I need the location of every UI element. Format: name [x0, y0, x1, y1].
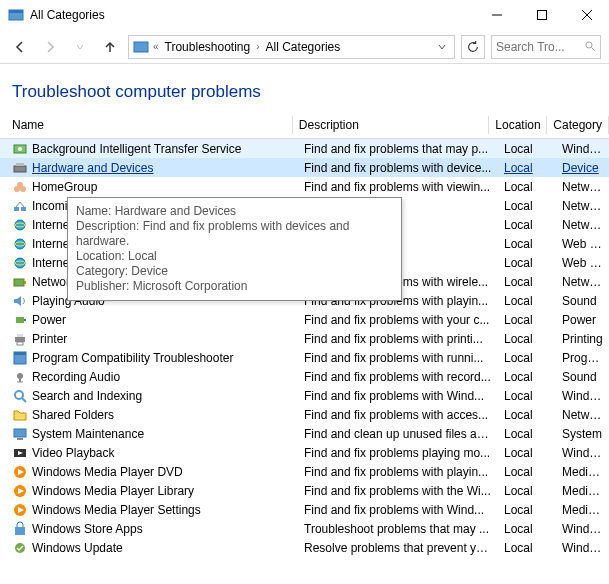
close-button[interactable]	[564, 0, 609, 30]
item-location: Local	[498, 522, 556, 536]
svg-rect-52	[15, 527, 25, 535]
vid-icon	[12, 445, 28, 461]
item-name: Windows Update	[32, 541, 123, 555]
item-description: Find and fix problems with acces...	[298, 408, 498, 422]
list-item[interactable]: Recording AudioFind and fix problems wit…	[0, 367, 609, 386]
item-location: Local	[498, 218, 556, 232]
item-name: Interne	[32, 218, 69, 232]
breadcrumb-troubleshooting[interactable]: Troubleshooting	[163, 38, 253, 56]
item-category: Window	[556, 541, 609, 555]
col-location[interactable]: Location	[489, 116, 547, 134]
search-box[interactable]	[491, 35, 601, 59]
list-item[interactable]: HomeGroupFind and fix problems with view…	[0, 177, 609, 196]
item-description: Find and fix problems with the Wi...	[298, 484, 498, 498]
item-name: Recording Audio	[32, 370, 120, 384]
store-icon	[12, 521, 28, 537]
svg-line-20	[20, 202, 24, 207]
item-location: Local	[498, 161, 556, 175]
snd-icon	[12, 293, 28, 309]
col-name[interactable]: Name	[0, 116, 293, 134]
list-item[interactable]: Video PlaybackFind and fix problems play…	[0, 443, 609, 462]
back-button[interactable]	[8, 35, 32, 59]
item-name: Video Playback	[32, 446, 115, 460]
chevron-right-icon[interactable]: «	[153, 41, 159, 52]
svg-rect-36	[14, 352, 26, 355]
recent-dropdown[interactable]	[68, 35, 92, 59]
item-name: Hardware and Devices	[32, 161, 153, 175]
svg-rect-43	[17, 438, 23, 440]
hw-icon	[12, 160, 28, 176]
list-item[interactable]: Windows Media Player SettingsFind and fi…	[0, 500, 609, 519]
refresh-button[interactable]	[461, 35, 485, 59]
item-name: Shared Folders	[32, 408, 114, 422]
item-description: Find and fix problems with record...	[298, 370, 498, 384]
item-description: Find and fix problems with Wind...	[298, 389, 498, 403]
svg-rect-27	[14, 279, 24, 286]
svg-rect-42	[14, 429, 26, 437]
navbar: « Troubleshooting › All Categories	[0, 30, 609, 64]
list-item[interactable]: Program Compatibility TroubleshooterFind…	[0, 348, 609, 367]
item-category: Network	[556, 408, 609, 422]
list-item[interactable]: PrinterFind and fix problems with printi…	[0, 329, 609, 348]
svg-rect-33	[17, 334, 23, 337]
list-item[interactable]: System MaintenanceFind and clean up unus…	[0, 424, 609, 443]
ie-icon	[12, 255, 28, 271]
item-location: Local	[498, 541, 556, 555]
item-location: Local	[498, 465, 556, 479]
item-description: Troubleshoot problems that may ...	[298, 522, 498, 536]
page-title: Troubleshoot computer problems	[0, 64, 609, 116]
pwr-icon	[12, 312, 28, 328]
tooltip-category: Category: Device	[76, 264, 393, 279]
item-category: System	[556, 427, 609, 441]
list-item[interactable]: Windows Media Player DVDFind and fix pro…	[0, 462, 609, 481]
col-category[interactable]: Category	[547, 116, 609, 134]
minimize-button[interactable]	[474, 0, 519, 30]
address-bar[interactable]: « Troubleshooting › All Categories	[128, 35, 455, 59]
tooltip-description: Description: Find and fix problems with …	[76, 219, 393, 249]
fld-icon	[12, 407, 28, 423]
item-category: Window	[556, 446, 609, 460]
item-description: Find and fix problems with printi...	[298, 332, 498, 346]
breadcrumb-all-categories[interactable]: All Categories	[264, 38, 343, 56]
tooltip-name: Name: Hardware and Devices	[76, 204, 393, 219]
svg-rect-7	[134, 42, 148, 52]
item-location: Local	[498, 275, 556, 289]
list-item[interactable]: Windows Media Player LibraryFind and fix…	[0, 481, 609, 500]
app-icon	[8, 7, 24, 23]
item-category: Network	[556, 180, 609, 194]
item-location: Local	[498, 237, 556, 251]
item-name: System Maintenance	[32, 427, 144, 441]
svg-line-9	[591, 47, 594, 50]
svg-point-40	[15, 391, 23, 399]
list-item[interactable]: Shared FoldersFind and fix problems with…	[0, 405, 609, 424]
ie-icon	[12, 236, 28, 252]
item-category: Device	[556, 161, 609, 175]
item-category: Window	[556, 522, 609, 536]
item-category: Window	[556, 142, 609, 156]
list-item[interactable]: Windows Store AppsTroubleshoot problems …	[0, 519, 609, 538]
list-item[interactable]: Search and IndexingFind and fix problems…	[0, 386, 609, 405]
list-item[interactable]: PowerFind and fix problems with your c..…	[0, 310, 609, 329]
svg-point-16	[17, 182, 23, 188]
item-category: Power	[556, 313, 609, 327]
item-name: Interne	[32, 237, 69, 251]
item-description: Find and fix problems playing mo...	[298, 446, 498, 460]
list-item[interactable]: Background Intelligent Transfer ServiceF…	[0, 139, 609, 158]
maximize-button[interactable]	[519, 0, 564, 30]
address-dropdown[interactable]	[434, 43, 450, 51]
item-name: Search and Indexing	[32, 389, 142, 403]
list-item[interactable]: Windows UpdateResolve problems that prev…	[0, 538, 609, 557]
item-name: Printer	[32, 332, 67, 346]
item-description: Find and fix problems with playin...	[298, 465, 498, 479]
item-location: Local	[498, 332, 556, 346]
col-description[interactable]: Description	[293, 116, 490, 134]
svg-point-21	[15, 220, 25, 230]
tooltip-location: Location: Local	[76, 249, 393, 264]
list-item[interactable]: Hardware and DevicesFind and fix problem…	[0, 158, 609, 177]
up-button[interactable]	[98, 35, 122, 59]
item-category: Network	[556, 275, 609, 289]
search-input[interactable]	[496, 40, 584, 54]
item-location: Local	[498, 408, 556, 422]
item-description: Find and fix problems with Wind...	[298, 503, 498, 517]
svg-rect-12	[14, 166, 26, 172]
